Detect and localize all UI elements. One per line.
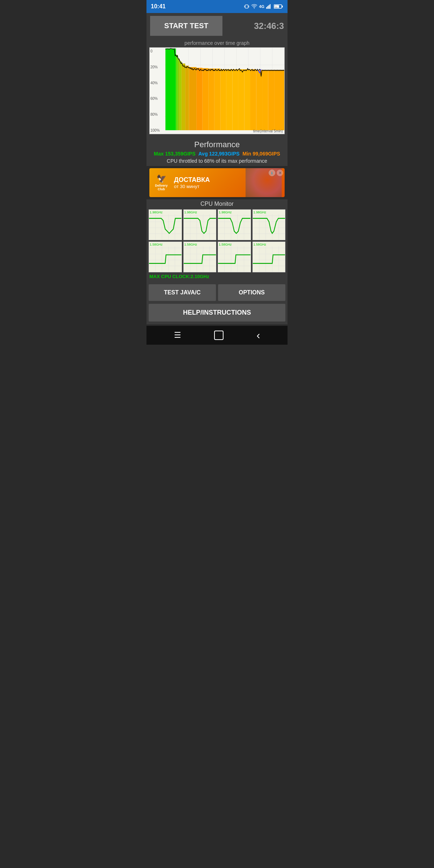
graph-time-label: time(interval 5min): [253, 129, 283, 133]
cpu-core-3-freq: 1.98GHz: [219, 210, 232, 214]
nav-menu-icon[interactable]: ☰: [174, 331, 181, 340]
svg-rect-67: [218, 210, 251, 240]
svg-rect-43: [244, 69, 250, 131]
performance-stats: Max 153,359GIPS Avg 122,993GIPS Min 99,0…: [150, 151, 284, 157]
svg-rect-45: [256, 70, 263, 130]
cpu-core-8: 1.58GHz: [252, 242, 286, 272]
perf-avg-label: Avg 122,993GIPS: [199, 151, 240, 157]
svg-rect-5: [267, 6, 268, 9]
svg-rect-32: [182, 64, 185, 130]
cpu-core-4-freq: 1.98GHz: [254, 210, 267, 214]
max-cpu-clock-label: MAX CPU CLOCK:2.10GHz: [149, 274, 285, 279]
svg-point-3: [254, 8, 255, 9]
svg-rect-42: [238, 69, 244, 131]
cpu-core-2: 1.98GHz: [183, 209, 217, 240]
cpu-grid-bottom: 1.58GHz 1.58GHz: [149, 242, 285, 272]
status-bar: 10:41 4G 70: [146, 0, 288, 13]
cpu-core-4: 1.98GHz: [252, 209, 286, 240]
svg-rect-34: [189, 67, 197, 131]
cpu-core-1: 1.98GHz: [149, 209, 182, 240]
options-button[interactable]: OPTIONS: [218, 284, 285, 301]
svg-rect-41: [232, 69, 238, 131]
cpu-core-7-freq: 1.58GHz: [219, 243, 232, 246]
svg-rect-0: [245, 5, 248, 8]
svg-rect-29: [176, 55, 178, 130]
svg-rect-33: [185, 66, 189, 130]
wifi-icon: [251, 4, 257, 9]
cpu-core-8-freq: 1.58GHz: [254, 243, 267, 246]
timer-display: 32:46:3: [226, 21, 284, 31]
help-btn-container: HELP/INSTRUCTIONS: [146, 302, 288, 324]
y-label-40: 40%: [150, 81, 160, 85]
help-instructions-button[interactable]: HELP/INSTRUCTIONS: [149, 304, 285, 322]
nav-home-icon[interactable]: [214, 331, 224, 340]
svg-rect-40: [226, 69, 233, 131]
svg-rect-47: [268, 70, 275, 130]
svg-rect-28: [165, 48, 176, 130]
cpu-core-5: 1.58GHz: [149, 242, 182, 272]
perf-throttle-text: CPU throttled to 68% of its max performa…: [150, 158, 284, 164]
svg-rect-2: [249, 5, 249, 7]
svg-text:70: 70: [275, 6, 277, 8]
vibrate-icon: [244, 4, 250, 9]
start-test-button[interactable]: START TEST: [150, 16, 222, 36]
svg-rect-49: [149, 210, 182, 240]
svg-rect-7: [270, 4, 271, 9]
cpu-core-5-freq: 1.58GHz: [150, 243, 163, 246]
svg-rect-58: [184, 210, 216, 240]
ad-bird-icon: 🦅: [157, 174, 166, 184]
cpu-core-2-freq: 1.98GHz: [184, 210, 197, 214]
graph-y-labels: 100% 80% 60% 40% 20% 0: [150, 48, 161, 134]
svg-rect-85: [149, 242, 182, 272]
network-type-label: 4G: [259, 4, 264, 9]
cpu-core-6-freq: 1.58GHz: [184, 243, 197, 246]
svg-rect-9: [282, 6, 283, 8]
svg-rect-37: [208, 69, 214, 131]
performance-section: Performance Max 153,359GIPS Avg 122,993G…: [146, 137, 288, 166]
svg-rect-35: [196, 68, 203, 131]
svg-rect-94: [184, 242, 216, 272]
battery-icon: 70: [274, 4, 283, 9]
ad-info-button[interactable]: ℹ: [269, 170, 275, 176]
performance-graph: [150, 48, 284, 134]
test-java-c-button[interactable]: TEST JAVA/C: [149, 284, 216, 301]
perf-min-label: Min 99,069GIPS: [242, 151, 280, 157]
ad-close-button[interactable]: ✕: [277, 170, 283, 176]
performance-title: Performance: [150, 140, 284, 149]
status-icons: 4G 70: [244, 4, 283, 9]
y-label-0: 0: [150, 49, 160, 53]
cpu-monitor-section: CPU Monitor 1.98GHz 1.98GHz: [146, 199, 288, 283]
svg-rect-36: [203, 68, 209, 131]
cpu-grid-top: 1.98GHz 1.98GHz: [149, 209, 285, 240]
ad-close-buttons: ℹ ✕: [269, 170, 283, 176]
svg-rect-112: [253, 242, 285, 272]
nav-back-icon[interactable]: ‹: [256, 329, 260, 341]
svg-rect-6: [268, 5, 269, 9]
y-label-20: 20%: [150, 65, 160, 69]
graph-section: performance over time graph 100% 80% 60%…: [146, 39, 288, 137]
svg-rect-103: [218, 242, 251, 272]
cpu-monitor-title: CPU Monitor: [149, 201, 285, 207]
y-label-100: 100%: [150, 128, 160, 132]
cpu-core-7: 1.58GHz: [218, 242, 251, 272]
status-time: 10:41: [151, 3, 166, 10]
svg-rect-39: [220, 69, 226, 131]
y-label-60: 60%: [150, 97, 160, 101]
svg-rect-44: [250, 69, 256, 131]
graph-title: performance over time graph: [149, 40, 285, 46]
svg-rect-1: [244, 5, 245, 7]
svg-rect-76: [253, 210, 285, 240]
ad-logo: 🦅 DeliveryClub: [152, 174, 170, 191]
svg-rect-46: [262, 70, 268, 130]
svg-rect-38: [214, 69, 221, 131]
svg-rect-31: [180, 61, 182, 130]
svg-rect-48: [274, 70, 284, 130]
ad-logo-text: DeliveryClub: [155, 184, 167, 191]
bottom-buttons: TEST JAVA/C OPTIONS: [146, 283, 288, 302]
ad-banner[interactable]: 🦅 DeliveryClub ДОСТАВКА от 30 минут ℹ ✕: [149, 168, 285, 197]
top-controls: START TEST 32:46:3: [146, 13, 288, 39]
graph-container: 100% 80% 60% 40% 20% 0: [149, 47, 285, 134]
cpu-core-1-freq: 1.98GHz: [150, 210, 163, 214]
signal-icon: [266, 4, 272, 9]
svg-rect-30: [178, 59, 180, 130]
